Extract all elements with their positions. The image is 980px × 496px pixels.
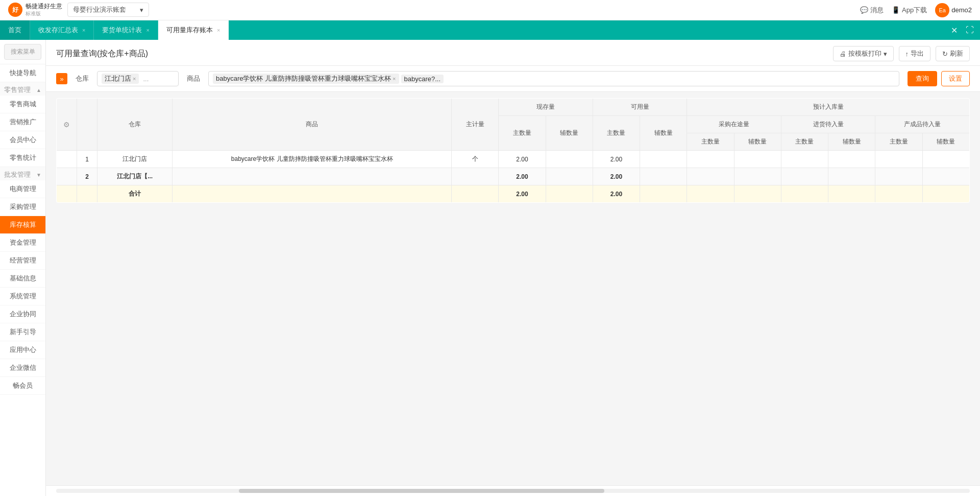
expand-nav-icon[interactable]: ⛶ [964, 23, 976, 37]
row1-current-main: 2.00 [499, 151, 546, 168]
username: demo2 [951, 6, 972, 14]
content-area: 可用量查询(按仓库+商品) 🖨 按模板打印 ▾ ↑ 导出 ↻ 刷新 [46, 40, 980, 496]
industry-select[interactable]: 母婴行业演示账套 ▾ [67, 3, 149, 17]
row2-purchase-main [687, 168, 734, 185]
th-index [77, 99, 97, 151]
wholesale-section-label: 批发管理 [4, 170, 31, 179]
sidebar-item-vip[interactable]: 畅会员 [0, 377, 45, 395]
main-layout: 搜索菜单 快捷导航 零售管理 ▲ 零售商城 营销推广 会员中心 零售统计 批发管… [0, 40, 980, 496]
refresh-button[interactable]: ↻ 刷新 [936, 46, 970, 61]
th-avail-main: 主数量 [593, 116, 640, 151]
chevron-down-icon: ▾ [140, 6, 143, 14]
page-actions: 🖨 按模板打印 ▾ ↑ 导出 ↻ 刷新 [833, 46, 970, 61]
refresh-icon: ↻ [942, 50, 948, 58]
sidebar-item-stock-check[interactable]: 库存核算 [0, 216, 45, 234]
table-footer [46, 485, 980, 496]
horizontal-scrollbar[interactable] [56, 489, 970, 493]
th-unit: 主计量 [452, 99, 499, 151]
order-stats-tab-label: 要货单统计表 [102, 26, 142, 35]
warehouse-tag-remove[interactable]: × [133, 76, 136, 82]
total-label: 合计 [97, 185, 173, 203]
table-row: 2 江北门店【... 2.00 2.00 [57, 168, 970, 185]
query-button[interactable]: 查询 [908, 71, 937, 86]
close-receivable-tab[interactable]: × [82, 27, 85, 33]
chevron-down-icon: ▾ [884, 50, 887, 58]
sidebar-item-operations-mgmt[interactable]: 经营管理 [0, 252, 45, 270]
th-current-stock: 现存量 [499, 99, 593, 116]
wholesale-section-arrow[interactable]: ▼ [36, 172, 41, 178]
template-print-button[interactable]: 🖨 按模板打印 ▾ [833, 46, 894, 61]
product-tag-2[interactable]: babycare?... [401, 75, 444, 83]
row2-produced-main [875, 168, 922, 185]
row2-avail-aux [640, 168, 687, 185]
sidebar-item-marketing[interactable]: 营销推广 [0, 113, 45, 131]
product-filter-input[interactable]: babycare学饮杯 儿童防摔防撞吸管杯重力球吸嘴杯宝宝水杯 × babyca… [208, 71, 899, 86]
sidebar-item-retail-stats[interactable]: 零售统计 [0, 149, 45, 167]
table-area: ⚙ 仓库 商品 主计量 现存量 可用量 预计入库量 主数量 辅数量 主数量 [46, 92, 980, 485]
user-area[interactable]: Ea demo2 [935, 3, 972, 17]
avatar: Ea [935, 3, 949, 17]
warehouse-filter-input[interactable]: 江北门店 × ... [97, 71, 179, 86]
row1-purchase-main [687, 151, 734, 168]
row1-unit: 个 [452, 151, 499, 168]
th-produced-main: 主数量 [875, 133, 922, 151]
message-action[interactable]: 💬 消息 [860, 6, 884, 15]
close-order-stats-tab[interactable]: × [146, 27, 149, 33]
sidebar-item-member-center[interactable]: 会员中心 [0, 131, 45, 149]
sidebar-item-app-center[interactable]: 应用中心 [0, 341, 45, 359]
nav-tabs: 首页 收发存汇总表 × 要货单统计表 × 可用量库存账本 × ✕ ⛶ [0, 20, 980, 40]
search-menu-button[interactable]: 搜索菜单 [4, 44, 41, 60]
warehouse-tag[interactable]: 江北门店 × [102, 74, 139, 84]
retail-section-arrow[interactable]: ▲ [36, 87, 41, 93]
tab-receivable[interactable]: 收发存汇总表 × [30, 20, 94, 40]
product-tag-1-remove[interactable]: × [393, 76, 396, 82]
row2-warehouse: 江北门店【... [97, 168, 173, 185]
sidebar-item-new-guide[interactable]: 新手引导 [0, 323, 45, 341]
page-title: 可用量查询(按仓库+商品) [56, 49, 148, 59]
th-purchase-transit: 采购在途量 [687, 116, 781, 133]
scrollbar-thumb [239, 489, 604, 493]
total-avail-main: 2.00 [593, 185, 640, 203]
export-button[interactable]: ↑ 导出 [899, 46, 931, 61]
th-avail-aux: 辅数量 [640, 116, 687, 151]
warehouse-filter-more[interactable]: ... [141, 75, 151, 83]
tab-available-stock[interactable]: 可用量库存账本 × [158, 20, 229, 40]
th-product: 商品 [173, 99, 452, 151]
sidebar-item-finance-mgmt[interactable]: 资金管理 [0, 234, 45, 252]
app-download-action[interactable]: 📱 App下载 [892, 6, 927, 15]
tab-order-stats[interactable]: 要货单统计表 × [94, 20, 158, 40]
sidebar-item-purchase-mgmt[interactable]: 采购管理 [0, 198, 45, 216]
top-bar-right: 💬 消息 📱 App下载 Ea demo2 [860, 3, 972, 17]
close-available-stock-tab[interactable]: × [217, 27, 220, 33]
sidebar-item-sys-mgmt[interactable]: 系统管理 [0, 288, 45, 305]
settings-icon[interactable]: ⚙ [63, 121, 70, 129]
product-tag-1[interactable]: babycare学饮杯 儿童防摔防撞吸管杯重力球吸嘴杯宝宝水杯 × [213, 74, 399, 84]
row2-current-main: 2.00 [499, 168, 546, 185]
sidebar-item-enterprise-wechat[interactable]: 企业微信 [0, 359, 45, 377]
data-table: ⚙ 仓库 商品 主计量 现存量 可用量 预计入库量 主数量 辅数量 主数量 [56, 98, 970, 203]
top-bar: 好 畅捷通好生意 标准版 母婴行业演示账套 ▾ 💬 消息 📱 App下载 Ea … [0, 0, 980, 20]
sidebar-item-quick-nav[interactable]: 快捷导航 [0, 64, 45, 82]
sidebar-item-ecommerce-mgmt[interactable]: 电商管理 [0, 180, 45, 198]
phone-icon: 📱 [892, 6, 900, 14]
th-settings: ⚙ [57, 99, 77, 151]
close-nav-icon[interactable]: ✕ [949, 23, 960, 37]
total-row: 合计 2.00 2.00 [57, 185, 970, 203]
sidebar-item-enterprise-collab[interactable]: 企业协同 [0, 305, 45, 323]
quick-nav-label: 快捷导航 [10, 68, 36, 78]
page-header: 可用量查询(按仓库+商品) 🖨 按模板打印 ▾ ↑ 导出 ↻ 刷新 [46, 40, 980, 66]
row1-avail-aux [640, 151, 687, 168]
sidebar-item-retail-mall[interactable]: 零售商城 [0, 96, 45, 113]
th-produced-pending: 产成品待入量 [875, 116, 970, 133]
row2-unit [452, 168, 499, 185]
filter-toggle-button[interactable]: » [56, 73, 67, 84]
product-filter-label: 商品 [187, 74, 200, 83]
settings-button[interactable]: 设置 [941, 71, 970, 86]
sidebar-item-basic-info[interactable]: 基础信息 [0, 270, 45, 288]
th-produced-aux: 辅数量 [922, 133, 969, 151]
row2-current-aux [546, 168, 593, 185]
tab-home[interactable]: 首页 [0, 20, 30, 40]
warehouse-filter-label: 仓库 [76, 74, 89, 83]
row1-produced-main [875, 151, 922, 168]
th-inbound-pending: 进货待入量 [781, 116, 875, 133]
